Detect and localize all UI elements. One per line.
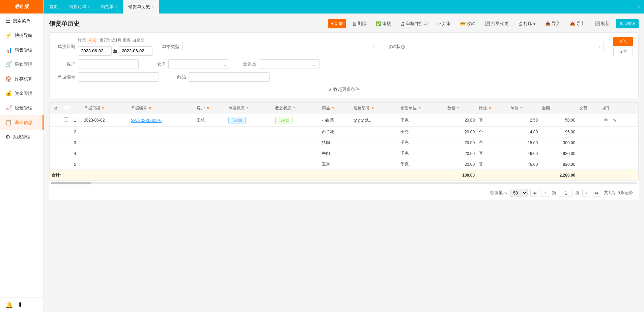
- notification-icon[interactable]: 🔔: [5, 301, 13, 309]
- sidebar-item-quick-nav[interactable]: ⚡ 快捷导航: [0, 28, 44, 43]
- review-print-button[interactable]: 🖨 审核并打印: [397, 19, 431, 28]
- page-label: 第: [552, 190, 556, 196]
- th-qty[interactable]: 数量 ⇅: [445, 103, 477, 114]
- goods-input[interactable]: [192, 75, 263, 79]
- cell-qty: 20.00: [445, 148, 477, 159]
- payment-status-input[interactable]: [411, 44, 598, 49]
- view-action-button[interactable]: 👁: [602, 116, 610, 124]
- collect-button[interactable]: 💳 收款: [457, 19, 479, 28]
- last-page-button[interactable]: ⏭: [593, 189, 601, 197]
- th-unit[interactable]: 销售单位 ⇅: [398, 103, 445, 114]
- staff-picker-icon[interactable]: ...: [313, 62, 316, 67]
- query-button[interactable]: 查询: [613, 37, 633, 46]
- date-from-input[interactable]: [78, 46, 112, 56]
- new-button[interactable]: + 新增: [328, 19, 346, 28]
- th-price[interactable]: 单价 ⇅: [508, 103, 540, 114]
- print-icon: 🖨: [518, 21, 523, 26]
- th-doc-status[interactable]: 单据状态 ⇅: [226, 103, 273, 114]
- th-doc-no[interactable]: 单据编号 ⇅: [129, 103, 195, 114]
- pause-icon[interactable]: ⏸: [17, 301, 23, 309]
- collapse-filter-button[interactable]: ∧ 收起更多条件: [55, 85, 633, 94]
- delete-button[interactable]: 🗑 删除: [349, 19, 370, 28]
- tab-sales-order[interactable]: 销售订单 ×: [63, 0, 95, 14]
- doc-no-input[interactable]: [78, 72, 159, 82]
- cell-doc-no: [129, 148, 195, 159]
- cell-goods: 猪肉: [320, 137, 351, 148]
- abandon-button[interactable]: ↩ 弃审: [434, 19, 454, 28]
- prev-page-button[interactable]: ‹: [541, 189, 549, 197]
- sidebar-item-operations[interactable]: 📈 经营管理: [0, 101, 44, 115]
- th-doc-date[interactable]: 单据日期 ⇅: [82, 103, 129, 114]
- sidebar-item-purchase-mgmt[interactable]: 🛒 采购管理: [0, 57, 44, 72]
- edit-action-button[interactable]: ✎: [611, 116, 618, 124]
- tab-sales-goods-close[interactable]: ×: [115, 5, 117, 9]
- sidebar-item-search-menu[interactable]: ☰ 搜索菜单: [0, 14, 44, 28]
- tab-home[interactable]: 首页: [44, 0, 63, 14]
- th-spec[interactable]: 规格型号 ⇅: [352, 103, 398, 114]
- batch-change-button[interactable]: 🔄 批量变更: [481, 19, 512, 28]
- sidebar-item-sales-mgmt[interactable]: 📊 销售管理: [0, 43, 44, 57]
- sidebar-item-inventory[interactable]: 🏠 库存核算: [0, 72, 44, 86]
- sidebar-item-fund-mgmt[interactable]: 💰 资金管理: [0, 86, 44, 101]
- warehouse-input[interactable]: [171, 62, 223, 67]
- per-page-select[interactable]: 50 20 100 200: [510, 189, 528, 197]
- cell-checkbox[interactable]: [62, 114, 72, 127]
- tab-sales-order-close[interactable]: ×: [88, 5, 90, 9]
- shortcut-1month[interactable]: 近1月: [111, 37, 122, 44]
- select-all-checkbox[interactable]: [65, 106, 69, 110]
- cell-amount: 50.00: [540, 114, 577, 127]
- shortcut-today[interactable]: 今天: [87, 37, 98, 44]
- first-page-button[interactable]: ⏮: [530, 189, 538, 197]
- close-all-button[interactable]: ×: [634, 4, 644, 9]
- customer-picker-icon[interactable]: ...: [132, 62, 136, 67]
- settings-button[interactable]: 设置: [613, 48, 633, 56]
- collect-icon: 💳: [460, 21, 466, 26]
- cell-customer: [195, 148, 226, 159]
- cell-doc-status: [226, 137, 273, 148]
- print-button[interactable]: 🖨 打印 ▾: [515, 19, 539, 28]
- horizontal-scrollbar[interactable]: [49, 181, 639, 185]
- th-pay-status[interactable]: 收款状态 ⇅: [273, 103, 320, 114]
- cell-checkbox[interactable]: [62, 148, 72, 159]
- shortcut-yesterday[interactable]: 昨天: [78, 37, 86, 44]
- export-button[interactable]: 📤 导出: [566, 19, 588, 28]
- goods-picker-icon[interactable]: ...: [263, 75, 267, 79]
- shortcut-7days[interactable]: 近7天: [100, 37, 110, 44]
- doc-no-link[interactable]: SA-20230602-0: [131, 118, 162, 123]
- th-goods[interactable]: 商品 ⇅: [320, 103, 351, 114]
- row-checkbox[interactable]: [64, 118, 68, 122]
- purchase-mgmt-icon: 🛒: [5, 61, 12, 68]
- th-gift[interactable]: 赠品 ⇅: [477, 103, 508, 114]
- cell-checkbox[interactable]: [62, 127, 72, 137]
- warehouse-picker-icon[interactable]: ...: [223, 62, 226, 67]
- import-button[interactable]: 📥 导入: [542, 19, 564, 28]
- cell-seq: 4: [72, 148, 82, 159]
- doc-type-input[interactable]: [185, 44, 373, 49]
- filter-doc-no: 单据编号: [55, 72, 159, 82]
- th-checkbox[interactable]: [62, 103, 72, 114]
- cell-checkbox[interactable]: [62, 159, 72, 170]
- page-number-input[interactable]: [559, 189, 572, 197]
- date-shortcuts: 昨天 今天 近7天 近1月 更多 自定义: [78, 37, 152, 44]
- review-button[interactable]: ✅ 审核: [372, 19, 394, 28]
- tab-sales-history[interactable]: 销货单历史 ×: [123, 0, 159, 14]
- scrollbar-thumb[interactable]: [51, 182, 91, 184]
- sidebar-item-basic-info[interactable]: 📋 基础信息: [0, 115, 44, 130]
- next-page-button[interactable]: ›: [582, 189, 590, 197]
- show-detail-button[interactable]: 显示明细: [616, 19, 639, 28]
- staff-input[interactable]: [262, 62, 313, 67]
- shortcut-custom[interactable]: 自定义: [132, 37, 144, 44]
- shortcut-more[interactable]: 更多: [123, 37, 131, 44]
- cell-pay-status: [273, 159, 320, 170]
- date-to-input[interactable]: [119, 46, 152, 56]
- tab-sales-history-close[interactable]: ×: [151, 5, 153, 9]
- cell-checkbox[interactable]: [62, 137, 72, 148]
- payment-status-label: 收款状态: [385, 44, 405, 50]
- customer-input[interactable]: [81, 62, 132, 67]
- sidebar-item-system-mgmt[interactable]: ⚙ 系统管理: [0, 130, 44, 144]
- tab-sales-goods[interactable]: 销货单 ×: [95, 0, 122, 14]
- pay-status-badge: 已收款: [275, 117, 292, 124]
- th-customer[interactable]: 客户 ⇅: [195, 103, 226, 114]
- refresh-button[interactable]: 🔃 刷新: [591, 19, 613, 28]
- th-settings[interactable]: ⚙: [50, 103, 62, 114]
